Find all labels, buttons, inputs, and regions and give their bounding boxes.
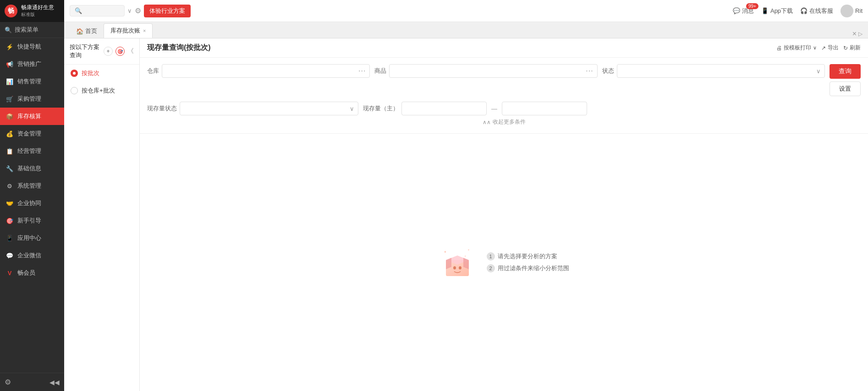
refresh-btn[interactable]: ↻ 刷新 xyxy=(843,44,861,52)
left-panel-title: 按以下方案查询 xyxy=(70,43,104,60)
user-avatar[interactable]: Rit xyxy=(841,5,863,17)
plus-icon: + xyxy=(106,48,110,54)
status-select[interactable]: ∨ xyxy=(617,64,825,78)
inv-qty-min-input[interactable] xyxy=(401,102,487,115)
sidebar-item-purchase[interactable]: 🛒 采购管理 xyxy=(0,90,64,108)
sidebar-edition: 标准版 xyxy=(21,11,54,18)
scheme-settings-btn[interactable]: 🎯 xyxy=(115,47,125,56)
sidebar-item-basic[interactable]: 🔧 基础信息 xyxy=(0,160,64,177)
collapse-label: 收起更多条件 xyxy=(493,118,526,126)
system-icon: ⚙ xyxy=(5,182,14,190)
add-scheme-btn[interactable]: + xyxy=(104,47,113,56)
shortcut-icon: ⚡ xyxy=(5,43,14,51)
filter-area: 仓库 ··· 商品 ··· xyxy=(140,58,868,134)
dropdown-icon[interactable]: ∨ xyxy=(127,7,132,14)
newbie-icon: 🎯 xyxy=(5,217,14,225)
print-dropdown-icon[interactable]: ∨ xyxy=(813,45,817,51)
close-panel-icon[interactable]: × xyxy=(852,30,858,38)
warehouse-input[interactable]: ··· xyxy=(162,64,370,78)
scheme-item-warehouse-batch[interactable]: 按仓库+批次 xyxy=(64,82,139,99)
product-ellipsis: ··· xyxy=(586,67,593,75)
filter-status-item: 状态 ∨ xyxy=(602,64,825,78)
topbar: 🔍 ∨ ⚙ 体验行业方案 💬 消息 99+ 📱 App下载 🎧 在线客服 xyxy=(64,0,868,22)
left-panel: 按以下方案查询 + 🎯 《 按批次 按仓 xyxy=(64,38,140,391)
sidebar: 畅 畅康通好生意 标准版 🔍 搜索菜单 ⚡ 快捷导航 📢 营销推广 📊 销售管理… xyxy=(0,0,64,391)
collapse-conditions-btn[interactable]: ∧∧ 收起更多条件 xyxy=(147,115,861,127)
tab-close-icon[interactable]: × xyxy=(143,28,146,33)
marketing-icon: 📢 xyxy=(5,60,14,68)
sidebar-item-shortcut[interactable]: ⚡ 快捷导航 xyxy=(0,38,64,55)
empty-state-content: ✦ ✦ ★ 1 请先选择要分析的方案 2 用过滤条件来缩小分析范围 xyxy=(439,244,569,281)
tip-text-1: 请先选择要分析的方案 xyxy=(498,252,557,261)
topbar-gear-icon[interactable]: ⚙ xyxy=(135,6,141,15)
inv-qty-label: 现存量（主） xyxy=(363,104,399,113)
page-header: 现存量查询(按批次) 🖨 按模板打印 ∨ ↗ 导出 ↻ 刷新 xyxy=(140,38,868,58)
inv-status-select[interactable]: ∨ xyxy=(180,102,358,115)
query-button[interactable]: 查询 xyxy=(830,64,861,79)
phone-icon: 📱 xyxy=(761,7,769,14)
refresh-icon: ↻ xyxy=(843,45,848,51)
filter-inv-status-item: 现存量状态 ∨ xyxy=(147,102,358,115)
sidebar-brand: 畅康通好生意 标准版 xyxy=(21,4,54,18)
topbar-search[interactable]: 🔍 xyxy=(70,5,125,16)
sidebar-item-sales[interactable]: 📊 销售管理 xyxy=(0,73,64,90)
export-btn[interactable]: ↗ 导出 xyxy=(821,44,839,52)
finance-icon: 💰 xyxy=(5,130,14,138)
tab-inventory-batch[interactable]: 库存批次账 × xyxy=(104,23,153,38)
sidebar-item-operation[interactable]: 📋 经营管理 xyxy=(0,142,64,160)
user-name: Rit xyxy=(855,7,863,14)
inv-qty-max-input[interactable] xyxy=(502,102,587,115)
topbar-search-icon: 🔍 xyxy=(75,7,82,14)
sidebar-item-vip[interactable]: V 畅会员 xyxy=(0,264,64,282)
sidebar-item-finance[interactable]: 💰 资金管理 xyxy=(0,125,64,142)
tabs-bar: 🏠 首页 库存批次账 × × ▷ xyxy=(64,22,868,38)
warehouse-ellipsis: ··· xyxy=(358,67,366,75)
sidebar-item-enterprise[interactable]: 🤝 企业协同 xyxy=(0,195,64,212)
filter-warehouse-item: 仓库 ··· xyxy=(147,64,370,78)
settings-icon[interactable]: ⚙ xyxy=(5,378,11,386)
empty-tip-2: 2 用过滤条件来缩小分析范围 xyxy=(487,264,569,272)
sidebar-item-label: 畅会员 xyxy=(17,269,35,277)
empty-tips: 1 请先选择要分析的方案 2 用过滤条件来缩小分析范围 xyxy=(487,252,569,272)
scheme-active-dot xyxy=(71,70,78,77)
sidebar-item-label: 库存核算 xyxy=(17,112,41,120)
message-badge: 99+ xyxy=(746,3,758,9)
sidebar-item-appstore[interactable]: 📱 应用中心 xyxy=(0,229,64,247)
trial-button[interactable]: 体验行业方案 xyxy=(144,5,191,17)
status-label: 状态 xyxy=(602,67,614,75)
product-input[interactable]: ··· xyxy=(389,64,597,78)
print-btn[interactable]: 🖨 按模板打印 ∨ xyxy=(776,44,817,52)
sidebar-item-wechat[interactable]: 💬 企业微信 xyxy=(0,247,64,264)
settings-button[interactable]: 设置 xyxy=(830,81,861,96)
app-download-btn[interactable]: 📱 App下载 xyxy=(761,7,793,15)
svg-point-0 xyxy=(73,72,76,75)
filter-inv-qty-item: 现存量（主） — xyxy=(363,102,587,115)
svg-text:✦: ✦ xyxy=(444,250,447,254)
scheme-inactive-dot xyxy=(71,87,78,94)
export-icon: ↗ xyxy=(821,45,826,51)
expand-icon[interactable]: ▷ xyxy=(858,31,863,37)
headset-icon: 🎧 xyxy=(800,7,808,14)
sidebar-item-label: 企业协同 xyxy=(17,199,41,207)
warehouse-label: 仓库 xyxy=(147,67,159,75)
right-panel: 现存量查询(按批次) 🖨 按模板打印 ∨ ↗ 导出 ↻ 刷新 xyxy=(140,38,868,391)
sidebar-item-marketing[interactable]: 📢 营销推广 xyxy=(0,55,64,73)
sidebar-item-newbie[interactable]: 🎯 新手引导 xyxy=(0,212,64,229)
left-panel-header: 按以下方案查询 + 🎯 《 xyxy=(64,38,139,65)
svg-point-5 xyxy=(453,266,456,270)
online-service-btn[interactable]: 🎧 在线客服 xyxy=(800,7,833,15)
sidebar-item-system[interactable]: ⚙ 系统管理 xyxy=(0,177,64,195)
tab-home[interactable]: 🏠 首页 xyxy=(70,24,104,38)
collapse-left-panel-icon[interactable]: 《 xyxy=(127,47,134,55)
sidebar-item-label: 采购管理 xyxy=(17,95,41,103)
vip-icon: V xyxy=(5,269,14,277)
wechat-icon: 💬 xyxy=(5,251,14,260)
sidebar-item-inventory[interactable]: 📦 库存核算 xyxy=(0,108,64,125)
collapse-sidebar-icon[interactable]: ◀◀ xyxy=(49,379,60,386)
inventory-icon: 📦 xyxy=(5,112,14,120)
scheme-item-batch[interactable]: 按批次 xyxy=(64,65,139,82)
enterprise-icon: 🤝 xyxy=(5,199,14,207)
print-label: 按模板打印 xyxy=(784,44,811,52)
sidebar-search[interactable]: 🔍 搜索菜单 xyxy=(0,22,64,38)
message-btn[interactable]: 💬 消息 99+ xyxy=(733,7,754,15)
